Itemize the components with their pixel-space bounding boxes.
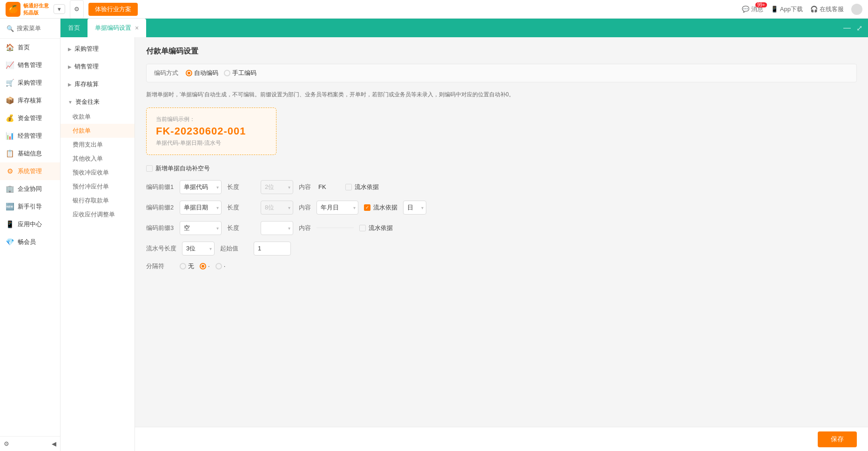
save-button[interactable]: 保存 xyxy=(818,431,857,447)
sub-group-finance-title[interactable]: ▼ 资金往来 xyxy=(61,94,135,110)
apps-icon: 📱 xyxy=(6,220,14,229)
sub-group-sales-label: 销售管理 xyxy=(74,62,99,71)
prefix1-serial-check[interactable]: 流水依据 xyxy=(345,183,379,191)
sidebar-item-inventory[interactable]: 📦 库存核算 xyxy=(0,92,60,109)
sidebar-item-basic[interactable]: 📋 基础信息 xyxy=(0,145,60,162)
radio-auto-dot xyxy=(186,70,192,76)
search-menu-button[interactable]: 🔍 搜索菜单 xyxy=(4,22,56,34)
sub-item-yufu[interactable]: 预付冲应付单 xyxy=(61,180,135,194)
nav-dropdown[interactable]: ▾ xyxy=(54,4,65,14)
radio-manual[interactable]: 手工编码 xyxy=(224,69,256,77)
sidebar-item-sales[interactable]: 📈 销售管理 xyxy=(0,56,60,74)
serial-start-input[interactable] xyxy=(254,242,291,256)
encoding-method-label: 编码方式 xyxy=(154,69,178,77)
prefix2-length-label: 长度 xyxy=(227,203,255,212)
sub-item-yinhang[interactable]: 银行存取款单 xyxy=(61,194,135,208)
prefix3-select[interactable]: 空 xyxy=(180,221,222,235)
prefix1-label: 编码前缀1 xyxy=(146,183,174,191)
sidebar-label-newguide: 新手引导 xyxy=(18,202,42,211)
sidebar-label-finance: 资金管理 xyxy=(18,114,42,122)
sidebar-nav: 🏠 首页 📈 销售管理 🛒 采购管理 📦 库存核算 💰 资金管理 📊 经 xyxy=(0,39,60,436)
sub-group-inventory: ▶ 库存核算 xyxy=(61,76,135,92)
prefix2-label: 编码前缀2 xyxy=(146,203,174,212)
auto-fill-checkbox[interactable] xyxy=(146,165,153,172)
prefix1-select[interactable]: 单据代码 xyxy=(180,180,222,194)
arrow-purchase-icon: ▶ xyxy=(68,47,72,52)
sub-group-purchase-title[interactable]: ▶ 采购管理 xyxy=(61,41,135,57)
tab-home[interactable]: 首页 xyxy=(61,19,87,37)
sub-item-yingshou[interactable]: 应收应付调整单 xyxy=(61,208,135,222)
radio-auto[interactable]: 自动编码 xyxy=(186,69,218,77)
prefix3-label: 编码前缀3 xyxy=(146,224,174,232)
code-preview-label: 当前编码示例： xyxy=(156,115,267,123)
finance-icon: 💰 xyxy=(6,114,14,122)
settings-icon-btn[interactable]: ⚙ xyxy=(70,0,84,19)
sub-item-qitashouru[interactable]: 其他收入单 xyxy=(61,152,135,166)
window-minimize-icon[interactable]: — xyxy=(841,23,853,33)
online-service-button[interactable]: 🎧 在线客服 xyxy=(810,5,844,13)
tab-encoding[interactable]: 单据编码设置 × xyxy=(87,19,146,37)
sidebar-item-purchase[interactable]: 🛒 采购管理 xyxy=(0,74,60,92)
prefix2-content-select[interactable]: 年月日 xyxy=(316,201,358,215)
sidebar-item-apps[interactable]: 📱 应用中心 xyxy=(0,215,60,233)
radio-manual-dot xyxy=(224,70,230,76)
basic-icon: 📋 xyxy=(6,149,14,158)
prefix3-serial-check[interactable]: 流水依据 xyxy=(359,224,393,232)
sidebar-bottom: ⚙ ◀ xyxy=(0,436,60,451)
sep-none-option[interactable]: 无 xyxy=(180,262,194,270)
radio-manual-label: 手工编码 xyxy=(232,69,256,77)
prefix1-content-label: 内容 xyxy=(299,183,311,191)
system-icon: ⚙ xyxy=(6,167,14,175)
tab-bar-right: — ⤢ xyxy=(841,23,868,34)
messages-button[interactable]: 💬 消息 99+ xyxy=(742,5,763,13)
sidebar-item-system[interactable]: ⚙ 系统管理 xyxy=(0,162,60,180)
auto-fill-row: 新增单据自动补空号 xyxy=(146,164,857,173)
sub-item-fukuan[interactable]: 付款单 xyxy=(61,124,135,138)
service-icon: 🎧 xyxy=(810,6,818,13)
sidebar-item-finance[interactable]: 💰 资金管理 xyxy=(0,109,60,127)
sidebar-label-vip: 畅会员 xyxy=(18,238,36,246)
sep-dot-option[interactable]: · xyxy=(200,263,210,269)
middle-area: ▶ 采购管理 ▶ 销售管理 ▶ 库存核算 xyxy=(61,37,868,451)
sidebar-label-inventory: 库存核算 xyxy=(18,96,42,105)
encoding-method-row: 编码方式 自动编码 手工编码 xyxy=(146,64,857,82)
app-icon: 📱 xyxy=(771,6,778,13)
prefix1-length-select[interactable]: 2位 xyxy=(261,180,293,194)
app-download-button[interactable]: 📱 App下载 xyxy=(771,5,803,13)
sep-dot2-option[interactable]: · xyxy=(215,263,226,269)
prefix2-select[interactable]: 单据日期 xyxy=(180,201,222,215)
sidebar-item-home[interactable]: 🏠 首页 xyxy=(0,39,60,56)
prefix2-serial-check[interactable]: ✓ 流水依据 xyxy=(364,203,397,212)
logo-text: 畅通好生意 拓晶版 xyxy=(23,2,49,16)
trial-button[interactable]: 体验行业方案 xyxy=(88,3,138,16)
page-title: 付款单编码设置 xyxy=(146,47,857,56)
sidebar-item-operations[interactable]: 📊 经营管理 xyxy=(0,127,60,145)
separator-label: 分隔符 xyxy=(146,262,174,270)
sub-sidebar: ▶ 采购管理 ▶ 销售管理 ▶ 库存核算 xyxy=(61,37,135,451)
sidebar-item-vip[interactable]: 💎 畅会员 xyxy=(0,233,60,251)
sub-group-sales-title[interactable]: ▶ 销售管理 xyxy=(61,59,135,74)
sidebar-settings-icon[interactable]: ⚙ xyxy=(4,440,9,447)
top-bar-right: 💬 消息 99+ 📱 App下载 🎧 在线客服 xyxy=(742,4,862,15)
sidebar-label-system: 系统管理 xyxy=(18,167,42,175)
prefix3-length-select[interactable] xyxy=(261,221,293,235)
tab-close-icon[interactable]: × xyxy=(135,24,139,32)
sidebar-item-newguide[interactable]: 🆕 新手引导 xyxy=(0,198,60,215)
sub-item-feiyong[interactable]: 费用支出单 xyxy=(61,138,135,152)
arrow-finance-icon: ▼ xyxy=(68,100,73,105)
serial-length-select[interactable]: 3位 xyxy=(182,242,215,256)
sub-item-yushou[interactable]: 预收冲应收单 xyxy=(61,166,135,180)
prefix2-length-select[interactable]: 8位 xyxy=(261,201,293,215)
sub-group-inventory-title[interactable]: ▶ 库存核算 xyxy=(61,76,135,92)
info-text: 新增单据时，'单据编码'自动生成，不可编辑。前缀设置为部门、业务员等档案类，开单… xyxy=(146,90,857,100)
avatar[interactable] xyxy=(851,4,862,15)
window-maximize-icon[interactable]: ⤢ xyxy=(855,23,864,34)
sidebar-collapse-icon[interactable]: ◀ xyxy=(52,440,56,447)
sub-item-shoukuan[interactable]: 收款单 xyxy=(61,110,135,124)
code-preview-box: 当前编码示例： FK-20230602-001 单据代码-单据日期-流水号 xyxy=(146,108,276,155)
sub-group-purchase: ▶ 采购管理 xyxy=(61,41,135,57)
prefix2-day-select[interactable]: 日 xyxy=(403,201,426,215)
sidebar-label-operations: 经营管理 xyxy=(18,132,42,140)
prefix3-serial-label: 流水依据 xyxy=(369,224,393,232)
sidebar-item-enterprise[interactable]: 🏢 企业协同 xyxy=(0,180,60,198)
